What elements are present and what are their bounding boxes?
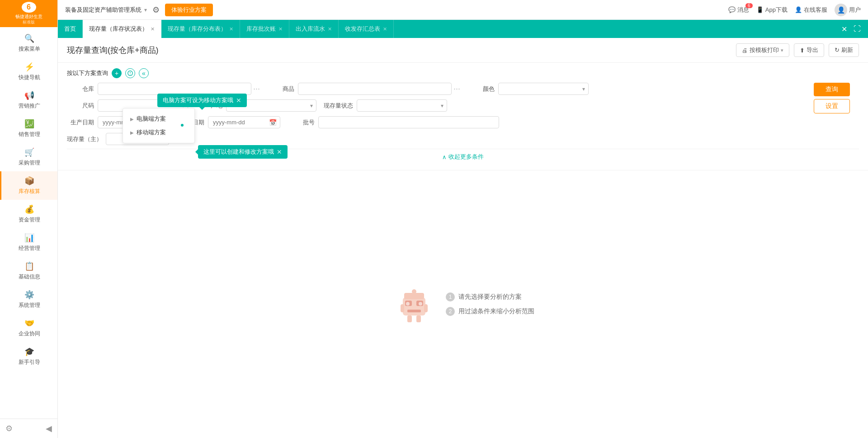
tab-inout-flow[interactable]: 出入库流水 ✕ bbox=[289, 20, 339, 38]
tab-close-icon[interactable]: ✕ bbox=[229, 26, 233, 32]
tooltip-create-schema: 这里可以创建和修改方案哦 ✕ bbox=[198, 145, 288, 159]
tooltip-close-icon[interactable]: ✕ bbox=[236, 97, 241, 104]
message-badge: 6 bbox=[745, 3, 753, 8]
collapse-sidebar-icon[interactable]: ◀ bbox=[46, 424, 52, 433]
tooltip2-close-icon[interactable]: ✕ bbox=[277, 148, 282, 155]
service-icon: 👤 bbox=[795, 6, 802, 13]
tab-close-all-button[interactable]: ✕ bbox=[841, 25, 851, 33]
svg-rect-11 bbox=[404, 293, 424, 299]
export-label: 导出 bbox=[807, 46, 818, 54]
experience-button[interactable]: 体验行业方案 bbox=[165, 4, 213, 16]
system-dropdown-icon[interactable]: ▾ bbox=[144, 7, 147, 13]
empty-tips: 1 请先选择要分析的方案 2 用过滤条件来缩小分析范围 bbox=[446, 292, 534, 316]
svg-rect-8 bbox=[424, 304, 428, 312]
export-button[interactable]: ⬆ 导出 bbox=[794, 43, 824, 57]
batch-input[interactable] bbox=[318, 116, 499, 128]
print-button[interactable]: 🖨 按模板打印 ▾ bbox=[736, 43, 789, 57]
sidebar-item-system[interactable]: ⚙️ 系统管理 bbox=[0, 285, 57, 314]
logo-icon: 6 bbox=[22, 2, 36, 13]
tab-home[interactable]: 首页 bbox=[58, 20, 83, 38]
sidebar-logo: 6 畅捷通好生意 标准版 bbox=[0, 0, 57, 27]
empty-tip-2: 2 用过滤条件来缩小分析范围 bbox=[446, 307, 534, 316]
inventory-icon: 📦 bbox=[24, 176, 34, 186]
online-service-btn[interactable]: 👤 在线客服 bbox=[795, 6, 827, 14]
expiry-date-input[interactable] bbox=[208, 116, 280, 128]
tip-text-1: 请先选择要分析的方案 bbox=[458, 293, 522, 301]
warehouse-label: 仓库 bbox=[67, 85, 94, 93]
sidebar-menu: 🔍 搜索菜单 ⚡ 快捷导航 📢 营销推广 💹 销售管理 🛒 采购管理 📦 库存核… bbox=[0, 27, 57, 419]
settings-small-button[interactable]: 设置 bbox=[814, 99, 850, 113]
tip-num-1: 1 bbox=[446, 292, 455, 301]
tab-close-icon[interactable]: ✕ bbox=[328, 26, 332, 32]
sidebar-item-label: 企业协同 bbox=[19, 330, 40, 338]
product-dots[interactable]: ··· bbox=[453, 84, 460, 94]
svg-rect-3 bbox=[403, 297, 425, 316]
tab-inventory-status[interactable]: 现存量（库存状况表） ✕ bbox=[83, 20, 161, 38]
tab-inventory-distribution-label: 现存量（库存分布表） bbox=[168, 25, 226, 33]
edit-schema-button[interactable] bbox=[125, 68, 135, 78]
schema-item-desktop-label: 电脑端方案 bbox=[137, 115, 166, 123]
tip-text-2: 用过滤条件来缩小分析范围 bbox=[458, 307, 534, 316]
sidebar-item-operations[interactable]: 📊 经营管理 bbox=[0, 228, 57, 257]
tab-batch-account-label: 库存批次账 bbox=[246, 25, 276, 33]
refresh-button[interactable]: ↻ 刷新 bbox=[829, 43, 859, 57]
sidebar-item-search[interactable]: 🔍 搜索菜单 bbox=[0, 29, 57, 57]
refresh-label: 刷新 bbox=[841, 47, 853, 53]
header-right: 💬 消息 6 📱 App下载 👤 在线客服 👤 用户 bbox=[728, 4, 861, 16]
sidebar-item-cooperation[interactable]: 🤝 企业协同 bbox=[0, 314, 57, 342]
tooltip2-text: 这里可以创建和修改方案哦 bbox=[203, 148, 274, 156]
tab-close-icon[interactable]: ✕ bbox=[151, 26, 155, 32]
svg-point-12 bbox=[412, 289, 416, 294]
warehouse-group: 仓库 ··· bbox=[67, 83, 260, 95]
tab-close-icon[interactable]: ✕ bbox=[278, 26, 283, 32]
tab-summary-label: 收发存汇总表 bbox=[345, 25, 380, 33]
mobile-icon: 📱 bbox=[756, 6, 764, 13]
sidebar-item-label: 经营管理 bbox=[19, 245, 40, 252]
sidebar-item-marketing[interactable]: 📢 营销推广 bbox=[0, 86, 57, 114]
tab-fullscreen-button[interactable]: ⛶ bbox=[854, 25, 864, 33]
cooperation-icon: 🤝 bbox=[24, 318, 34, 328]
batch-group: 批号 bbox=[288, 116, 499, 128]
empty-illustration bbox=[392, 282, 437, 327]
schema-panel-item-mobile[interactable]: ▶ 移动端方案 bbox=[123, 126, 194, 139]
query-buttons: 查询 设置 bbox=[805, 83, 859, 113]
add-schema-button[interactable]: + bbox=[112, 68, 122, 78]
back-button[interactable]: « bbox=[139, 68, 149, 78]
collapse-button[interactable]: ∧ 收起更多条件 bbox=[67, 149, 859, 165]
quick-nav-icon: ⚡ bbox=[24, 62, 34, 72]
product-group: 商品 ··· bbox=[267, 83, 460, 95]
system-icon: ⚙️ bbox=[24, 290, 34, 300]
search-icon: 🔍 bbox=[24, 33, 34, 43]
app-download-label: App下载 bbox=[765, 6, 788, 14]
app-download-btn[interactable]: 📱 App下载 bbox=[756, 6, 788, 14]
settings-button[interactable]: ⚙ bbox=[152, 5, 160, 15]
query-button[interactable]: 查询 bbox=[814, 83, 850, 96]
sidebar-item-sales[interactable]: 💹 销售管理 bbox=[0, 114, 57, 143]
warehouse-input[interactable] bbox=[98, 83, 251, 95]
sidebar-item-finance[interactable]: 💰 资金管理 bbox=[0, 200, 57, 228]
color-select[interactable] bbox=[498, 83, 589, 95]
message-button[interactable]: 💬 消息 6 bbox=[728, 6, 749, 14]
schema-item-arrow2: ▶ bbox=[130, 130, 134, 135]
tab-summary[interactable]: 收发存汇总表 ✕ bbox=[339, 20, 394, 38]
settings-footer-icon[interactable]: ⚙ bbox=[5, 424, 13, 433]
tip-num-2: 2 bbox=[446, 307, 455, 316]
sidebar-item-basic-info[interactable]: 📋 基础信息 bbox=[0, 257, 57, 285]
product-input[interactable] bbox=[298, 83, 452, 95]
online-service-label: 在线客服 bbox=[804, 6, 827, 14]
sidebar-item-label: 资金管理 bbox=[19, 216, 40, 224]
stock-main-label: 现存量（主） bbox=[67, 135, 102, 143]
sidebar-item-purchase[interactable]: 🛒 采购管理 bbox=[0, 143, 57, 171]
user-avatar[interactable]: 👤 用户 bbox=[835, 4, 861, 16]
warehouse-dots[interactable]: ··· bbox=[253, 84, 260, 94]
tab-batch-account[interactable]: 库存批次账 ✕ bbox=[240, 20, 289, 38]
stock-status-select[interactable] bbox=[357, 99, 447, 112]
tab-inventory-distribution[interactable]: 现存量（库存分布表） ✕ bbox=[161, 20, 240, 38]
sidebar-item-newbie[interactable]: 🎓 新手引导 bbox=[0, 342, 57, 371]
color-label: 颜色 bbox=[467, 85, 495, 93]
tab-close-icon[interactable]: ✕ bbox=[383, 26, 387, 32]
mfg-date-label: 生产日期 bbox=[67, 118, 94, 127]
sidebar-item-inventory[interactable]: 📦 库存核算 bbox=[0, 171, 57, 200]
print-dropdown-icon: ▾ bbox=[781, 47, 783, 53]
sidebar-item-quick-nav[interactable]: ⚡ 快捷导航 bbox=[0, 57, 57, 86]
